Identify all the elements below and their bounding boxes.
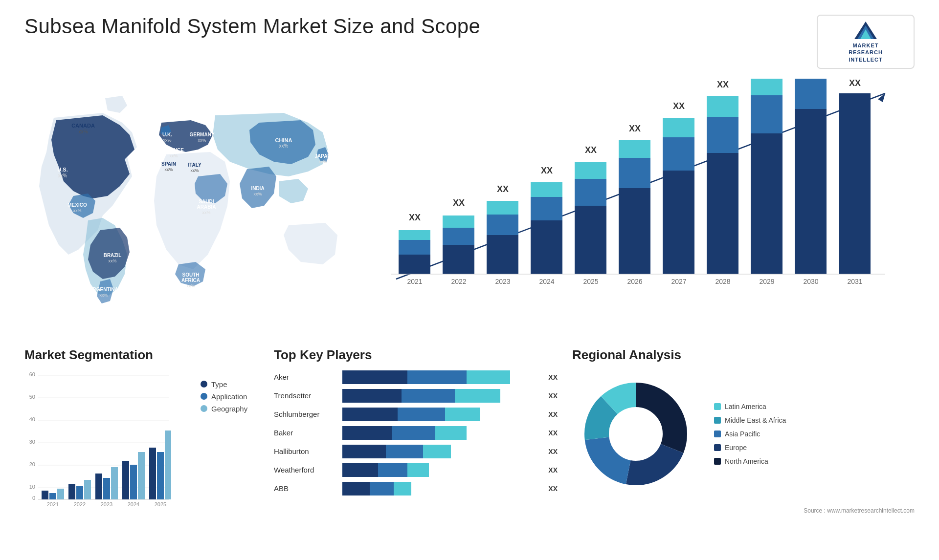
key-players-title: Top Key Players [274,347,558,363]
header-row: Subsea Manifold System Market Size and S… [24,15,915,69]
bar-2025-seg2 [575,179,606,206]
svg-text:2021: 2021 [407,278,422,285]
bar-2021-seg3 [399,230,430,240]
svg-text:xx%: xx% [318,159,327,164]
logo-text: MARKET RESEARCH INTELLECT [849,42,883,63]
svg-text:2023: 2023 [495,278,510,285]
donut-chart [572,370,699,497]
svg-text:2023: 2023 [101,501,112,507]
svg-text:AFRICA: AFRICA [181,278,200,283]
svg-text:10: 10 [29,484,35,490]
svg-rect-74 [42,491,48,499]
player-weatherford: Weatherford XX [274,463,558,477]
regional-section: Regional Analysis [572,347,915,558]
svg-text:xx%: xx% [253,192,262,196]
svg-text:MEXICO: MEXICO [67,202,87,208]
page-title: Subsea Manifold System Market Size and S… [24,15,480,38]
legend-north-america: North America [714,457,786,465]
type-dot [201,381,207,388]
bar-2030-seg1 [795,109,827,274]
svg-text:2031: 2031 [847,278,862,285]
svg-text:INDIA: INDIA [251,186,264,191]
world-map: CANADA xx% U.S. xx% MEXICO xx% BRAZIL xx… [24,79,357,313]
svg-text:2030: 2030 [803,278,818,285]
main-content: CANADA xx% U.S. xx% MEXICO xx% BRAZIL xx… [24,79,915,333]
legend-geography: Geography [201,405,247,413]
svg-text:xx%: xx% [186,283,195,288]
svg-text:xx%: xx% [164,167,173,172]
bar-2024-seg1 [531,220,562,274]
svg-text:XX: XX [541,166,553,175]
segmentation-title: Market Segmentation [24,347,259,363]
svg-text:40: 40 [29,416,35,422]
svg-text:xx%: xx% [163,138,171,143]
player-baker: Baker XX [274,426,558,440]
svg-text:U.S.: U.S. [57,167,67,172]
svg-text:XX: XX [497,184,509,194]
svg-text:xx%: xx% [202,210,210,215]
svg-text:XX: XX [585,145,597,155]
bar-2028-seg3 [707,96,738,117]
svg-text:XX: XX [453,198,465,208]
bar-2026-seg2 [619,158,650,188]
svg-text:20: 20 [29,461,35,467]
svg-text:xx%: xx% [169,153,178,158]
svg-text:30: 30 [29,439,35,445]
page-container: Subsea Manifold System Market Size and S… [0,0,939,560]
svg-text:CANADA: CANADA [71,123,95,129]
player-trendsetter: Trendsetter XX [274,389,558,403]
svg-rect-86 [122,461,129,499]
svg-text:JAPAN: JAPAN [314,153,331,159]
bottom-row: Market Segmentation 60 50 40 30 20 10 0 [24,347,915,558]
svg-text:XX: XX [629,124,641,133]
segmentation-legend: Type Application Geography [201,380,247,413]
bar-2030-seg2 [795,79,827,109]
svg-text:2022: 2022 [451,278,466,285]
svg-text:60: 60 [29,371,35,377]
svg-text:2026: 2026 [627,278,642,285]
bar-2026-seg1 [619,188,650,274]
legend-middle-east-africa: Middle East & Africa [714,416,786,424]
growth-chart-section: XX 2021 XX 2022 XX 2023 XX 2024 [367,79,915,333]
logo-area: MARKET RESEARCH INTELLECT [817,15,915,69]
bar-2029-seg2 [751,95,782,133]
svg-text:XX: XX [849,79,861,88]
bar-2028-seg1 [707,153,738,274]
svg-text:2028: 2028 [715,278,730,285]
segmentation-chart: 60 50 40 30 20 10 0 [24,370,171,507]
svg-rect-92 [165,431,171,499]
svg-text:XX: XX [673,101,685,111]
segmentation-section: Market Segmentation 60 50 40 30 20 10 0 [24,347,259,558]
svg-text:2024: 2024 [128,501,139,507]
svg-text:CHINA: CHINA [275,137,292,143]
bar-2024-seg3 [531,182,562,197]
svg-text:0: 0 [32,495,35,501]
svg-text:xx%: xx% [190,168,199,173]
svg-text:xx%: xx% [198,138,206,143]
bar-2026-seg3 [619,140,650,158]
player-abb: ABB XX [274,482,558,495]
bar-2029-seg1 [751,133,782,274]
svg-text:2025: 2025 [583,278,598,285]
bar-2023-seg1 [487,235,518,274]
svg-text:50: 50 [29,394,35,400]
svg-text:ITALY: ITALY [188,162,201,168]
svg-text:xx%: xx% [108,258,116,263]
bar-2021-seg2 [399,240,430,255]
bar-2023-seg2 [487,215,518,235]
svg-text:XX: XX [717,80,729,89]
bar-2031-seg1 [839,93,871,274]
svg-rect-83 [103,478,110,499]
bar-2025-seg3 [575,162,606,179]
application-dot [201,393,207,400]
svg-rect-88 [138,452,145,499]
svg-rect-87 [130,465,137,499]
svg-text:GERMANY: GERMANY [189,132,214,137]
bar-2024-seg2 [531,197,562,220]
svg-rect-79 [76,486,83,499]
svg-point-99 [609,408,662,460]
player-halliburton: Halliburton XX [274,445,558,458]
svg-text:FRANCE: FRANCE [163,148,184,153]
logo-icon [853,21,878,40]
bar-2027-seg3 [663,118,694,137]
